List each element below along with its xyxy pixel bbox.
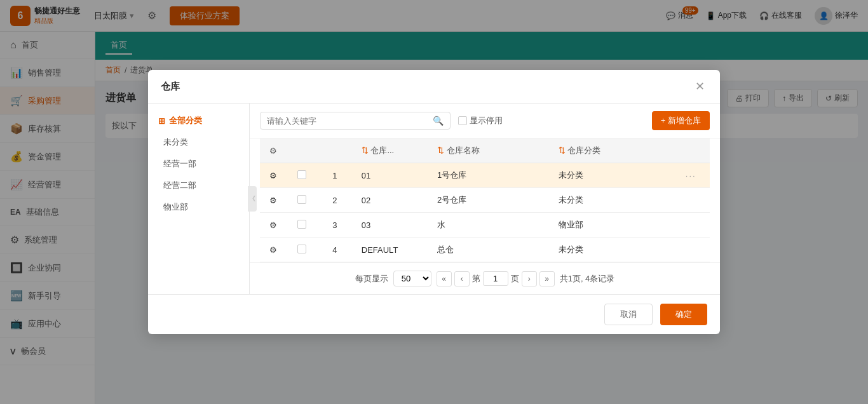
sidebar-collapse-button[interactable]: 《 [248, 186, 257, 212]
search-icon: 🔍 [433, 116, 444, 126]
row-num: 1 [316, 163, 354, 188]
table-row[interactable]: ⚙ 3 03 水 物业部 [260, 213, 710, 238]
modal-category-sidebar: ⊞ 全部分类 未分类 经营一部 经营二部 物业部 《 [148, 104, 250, 294]
row-name: 总仓 [430, 238, 551, 262]
table-row[interactable]: ⚙ 2 02 2号仓库 未分类 [260, 188, 710, 213]
row-actions[interactable] [672, 238, 710, 262]
th-checkbox [287, 138, 316, 163]
modal-table-wrap: ⚙ ⇅ 仓库... ⇅ 仓库名称 ⇅ 仓库分类 [250, 138, 720, 262]
table-body: ⚙ 1 01 1号仓库 未分类 ··· ⚙ [260, 163, 710, 262]
category-all[interactable]: ⊞ 全部分类 [148, 110, 249, 131]
row-gear: ⚙ [260, 238, 287, 262]
search-input[interactable] [267, 116, 429, 126]
modal-toolbar: 🔍 显示停用 + 新增仓库 [250, 104, 720, 138]
disabled-checkbox-box [458, 116, 467, 125]
total-info: 共1页, 4条记录 [560, 273, 615, 285]
last-page-button[interactable]: » [539, 271, 555, 286]
modal-main: 🔍 显示停用 + 新增仓库 ⚙ [250, 104, 720, 294]
row-name: 2号仓库 [430, 188, 551, 213]
next-page-button[interactable]: › [522, 271, 537, 286]
search-box: 🔍 [260, 112, 451, 130]
modal-header: 仓库 ✕ [148, 70, 720, 104]
row-category: 未分类 [551, 238, 672, 262]
prev-page-button[interactable]: ‹ [454, 271, 470, 286]
row-checkbox[interactable] [287, 163, 316, 188]
modal-footer: 取消 确定 [148, 294, 720, 334]
th-actions [672, 138, 710, 163]
modal-close-button[interactable]: ✕ [692, 79, 707, 94]
row-actions[interactable] [672, 213, 710, 238]
confirm-button[interactable]: 确定 [660, 304, 707, 325]
row-code: 03 [354, 213, 430, 238]
row-code: 01 [354, 163, 430, 188]
page-nav: « ‹ 第 页 › » [437, 271, 555, 286]
category-item-unclassified[interactable]: 未分类 [148, 131, 249, 153]
warehouse-modal: 仓库 ✕ ⊞ 全部分类 未分类 经营一部 经营二部 物业部 《 🔍 [148, 70, 720, 334]
page-unit: 页 [511, 273, 519, 285]
category-item-ops2[interactable]: 经营二部 [148, 175, 249, 196]
th-gear: ⚙ [260, 138, 287, 163]
modal-body: ⊞ 全部分类 未分类 经营一部 经营二部 物业部 《 🔍 显示停用 [148, 104, 720, 294]
page-size-select[interactable]: 50 20 100 [393, 271, 431, 286]
add-warehouse-button[interactable]: + 新增仓库 [652, 111, 710, 130]
first-page-button[interactable]: « [437, 271, 452, 286]
th-name[interactable]: ⇅ 仓库名称 [430, 138, 551, 163]
row-category: 未分类 [551, 163, 672, 188]
page-input[interactable] [483, 271, 508, 286]
th-code[interactable]: ⇅ 仓库... [354, 138, 430, 163]
row-gear: ⚙ [260, 188, 287, 213]
row-code: DEFAULT [354, 238, 430, 262]
cancel-button[interactable]: 取消 [604, 304, 653, 325]
warehouse-table: ⚙ ⇅ 仓库... ⇅ 仓库名称 ⇅ 仓库分类 [260, 138, 710, 262]
row-checkbox[interactable] [287, 238, 316, 262]
row-code: 02 [354, 188, 430, 213]
row-gear: ⚙ [260, 213, 287, 238]
row-gear: ⚙ [260, 163, 287, 188]
table-row[interactable]: ⚙ 4 DEFAULT 总仓 未分类 [260, 238, 710, 262]
category-item-property[interactable]: 物业部 [148, 196, 249, 218]
modal-title: 仓库 [161, 81, 180, 93]
table-header: ⚙ ⇅ 仓库... ⇅ 仓库名称 ⇅ 仓库分类 [260, 138, 710, 163]
row-checkbox[interactable] [287, 213, 316, 238]
page-size-label: 每页显示 [355, 273, 388, 285]
th-category[interactable]: ⇅ 仓库分类 [551, 138, 672, 163]
row-checkbox[interactable] [287, 188, 316, 213]
show-disabled-checkbox[interactable]: 显示停用 [458, 115, 503, 126]
row-num: 3 [316, 213, 354, 238]
row-actions[interactable]: ··· [672, 163, 710, 188]
table-row[interactable]: ⚙ 1 01 1号仓库 未分类 ··· [260, 163, 710, 188]
row-name: 水 [430, 213, 551, 238]
category-item-ops1[interactable]: 经营一部 [148, 153, 249, 175]
row-name: 1号仓库 [430, 163, 551, 188]
row-category: 物业部 [551, 213, 672, 238]
category-all-label: 全部分类 [169, 115, 202, 126]
grid-icon: ⊞ [158, 116, 165, 126]
row-category: 未分类 [551, 188, 672, 213]
row-actions[interactable] [672, 188, 710, 213]
page-label: 第 [472, 273, 480, 285]
show-disabled-label: 显示停用 [470, 115, 503, 126]
th-num [316, 138, 354, 163]
row-num: 2 [316, 188, 354, 213]
row-num: 4 [316, 238, 354, 262]
modal-pagination: 每页显示 50 20 100 « ‹ 第 页 › » 共1页, 4条记录 [250, 262, 720, 294]
